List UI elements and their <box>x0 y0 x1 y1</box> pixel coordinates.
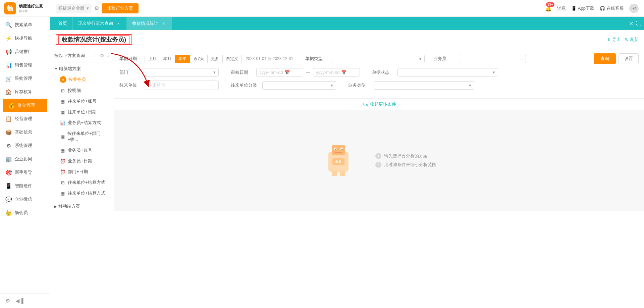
tab-home[interactable]: 首页 <box>53 17 73 30</box>
selector-arrow-icon: ▾ <box>87 6 89 11</box>
date-filter-control: 上月 本月 本年 近7天 更多 <box>145 55 293 63</box>
scheme-item-unit-settle1[interactable]: ⊞ 往来单位+结算方式 <box>50 177 114 188</box>
svg-rect-6 <box>334 152 342 153</box>
desktop-scheme-group: ▼ 电脑端方案 ● 按业务员 ⊞ 按明细 ▦ 往来单位+账号 ▦ <box>50 62 114 200</box>
staff-date-icon: ⏰ <box>60 158 66 164</box>
tab-receipt-close-icon[interactable]: ✕ <box>161 21 166 26</box>
export-icon: ⬆ <box>607 37 611 42</box>
sidebar-item-search[interactable]: 🔍 搜索菜单 <box>0 18 50 32</box>
scheme-item-unit-settle2[interactable]: ▦ 往来单位+结算方式 <box>50 188 114 199</box>
tab-close-all-icon[interactable]: ✕ <box>629 20 633 27</box>
scheme-item-unit-dept[interactable]: ▦ 按往来单位+部门+收... <box>50 128 114 145</box>
sidebar-nav: 🔍 搜索菜单 ⚡ 快捷导航 📢 营销推广 📊 销售管理 🛒 采购管理 🏠 库存核… <box>0 17 50 293</box>
empty-area: 1 请先选择要分析的方案 2 用过滤条件来缩小分析范围 <box>315 121 443 200</box>
export-btn[interactable]: ⬆ 导出 <box>607 37 621 43</box>
sidebar-item-quicknav[interactable]: ⚡ 快捷导航 <box>0 32 50 45</box>
robot-svg <box>322 142 355 178</box>
staff-select[interactable]: ··· <box>459 55 526 63</box>
try-industry-btn[interactable]: 体验行业方案 <box>102 3 139 13</box>
collapse-btn[interactable]: ∧∧ 收起更多条件 <box>114 98 644 110</box>
sidebar-item-purchase[interactable]: 🛒 采购管理 <box>0 72 50 85</box>
doc-status-select[interactable]: ▾ <box>397 68 498 76</box>
doc-status-label: 单据状态 <box>372 69 392 75</box>
footer-collapse-icon[interactable]: ◀▐ <box>15 298 23 304</box>
active-scheme-dot: ● <box>60 76 66 83</box>
desktop-group-header[interactable]: ▼ 电脑端方案 <box>50 64 114 74</box>
mobile-group-arrow-icon: ▶ <box>54 205 57 208</box>
sidebar-item-member[interactable]: 👑 畅会员 <box>0 206 50 219</box>
calendar-end-icon: 📅 <box>341 70 346 75</box>
svg-point-9 <box>339 160 341 163</box>
sidebar-item-guide[interactable]: 🎯 新手引导 <box>0 166 50 179</box>
doctype-select-arrow-icon: ▾ <box>419 56 422 61</box>
calendar-start-icon: 📅 <box>284 70 290 75</box>
scheme-item-staff-date[interactable]: ⏰ 业务员+日期 <box>50 156 114 166</box>
scheme-item-by-detail[interactable]: ⊞ 按明细 <box>50 85 114 96</box>
sidebar-item-corp[interactable]: 🏢 企业协同 <box>0 152 50 166</box>
scheme-item-staff-settle[interactable]: 📊 业务员+结算方式 <box>50 117 114 128</box>
query-btn[interactable]: 查询 <box>594 53 616 64</box>
basic-icon: 📦 <box>5 129 12 136</box>
sidebar-item-system[interactable]: ⚙ 系统管理 <box>0 139 50 152</box>
tab-bank[interactable]: 现金银行流水查询 ✕ <box>73 17 127 30</box>
scheme-item-unit-date[interactable]: ▦ 往来单位+日期 <box>50 107 114 117</box>
system-icon: ⚙ <box>5 142 12 149</box>
tip-item-2: 2 用过滤条件来缩小分析范围 <box>375 162 436 168</box>
scheme-item-dept-date[interactable]: ⏰ 部门+日期 <box>50 166 114 177</box>
message-icon[interactable]: 🔔 99+ <box>545 4 552 12</box>
sidebar-item-finance[interactable]: 💰 资金管理 <box>3 99 47 112</box>
empty-content: 1 请先选择要分析的方案 2 用过滤条件来缩小分析范围 <box>322 142 436 179</box>
page-title-highlight: 收款情况统计(按业务员) <box>56 34 132 45</box>
tab-receipt[interactable]: 收款情况统计 ✕ <box>127 17 172 30</box>
sidebar-item-marketing[interactable]: 📢 营销推广 <box>0 45 50 58</box>
audit-end-input[interactable]: yyyy-mm-dd 📅 <box>313 68 360 76</box>
company-selector[interactable]: 畅捷通企业版 ▾ <box>56 4 92 13</box>
app-logo: 畅 畅捷通好生意 标准版 <box>0 0 50 17</box>
online-service-link[interactable]: 🎧 在线客服 <box>600 5 624 11</box>
refresh-btn[interactable]: ↻ 刷新 <box>625 37 639 43</box>
dept-select[interactable]: ▾ <box>145 68 219 76</box>
date-tab-this-month[interactable]: 本月 <box>160 55 175 63</box>
panel-settings-icon[interactable]: ⚙ <box>100 53 104 58</box>
svg-rect-11 <box>340 171 345 176</box>
audit-start-input[interactable]: yyyy-mm-dd 📅 <box>256 68 303 76</box>
sidebar-item-hardware[interactable]: 📱 智能硬件 <box>0 179 50 193</box>
sidebar-item-basic[interactable]: 📦 基础信息 <box>0 125 50 139</box>
date-tab-custom[interactable]: 自定义 <box>222 55 242 63</box>
counterparty-select[interactable]: 往来单位 ··· <box>145 81 219 90</box>
date-tab-more[interactable]: 更多 <box>207 55 223 63</box>
doctype-select[interactable]: ▾ <box>331 55 425 63</box>
tab-bank-close-icon[interactable]: ✕ <box>116 21 121 26</box>
counterparty-cat-select[interactable]: ▾ <box>262 81 336 90</box>
mobile-group-header[interactable]: ▶ 移动端方案 <box>50 201 114 211</box>
app-download-link[interactable]: 📱 App下载 <box>571 5 594 11</box>
counterparty-cat-label: 往来单位分类 <box>231 82 257 88</box>
refresh-icon: ↻ <box>625 37 629 42</box>
tab-fullscreen-icon[interactable]: ⛶ <box>636 20 641 27</box>
scheme-item-by-staff[interactable]: ● 按业务员 <box>50 74 114 85</box>
biz-type-select[interactable]: ▾ <box>374 81 474 90</box>
staff-label: 业务员 <box>433 56 453 62</box>
date-tab-7days[interactable]: 近7天 <box>190 55 208 63</box>
scheme-item-unit-account[interactable]: ▦ 往来单位+账号 <box>50 96 114 107</box>
scheme-item-staff-account[interactable]: ▦ 业务员+账号 <box>50 145 114 156</box>
empty-robot-illustration <box>322 142 355 179</box>
date-tab-this-year[interactable]: 本年 <box>175 55 190 63</box>
date-tab-last-month[interactable]: 上月 <box>145 55 160 63</box>
dept-date-icon: ⏰ <box>60 169 66 175</box>
collapse-up-icon: ∧∧ <box>362 102 369 107</box>
download-icon: 📱 <box>571 6 577 11</box>
user-avatar[interactable]: Rit <box>629 4 639 13</box>
search-icon: 🔍 <box>5 21 12 28</box>
panel-add-icon[interactable]: + <box>95 53 97 58</box>
sidebar-item-wechat[interactable]: 💬 企业微信 <box>0 193 50 206</box>
settings-btn[interactable]: 设置 <box>619 53 639 64</box>
sidebar-item-operation[interactable]: 📋 经营管理 <box>0 112 50 125</box>
settings-gear-icon[interactable]: ⚙ <box>94 5 99 11</box>
sidebar-item-sales[interactable]: 📊 销售管理 <box>0 58 50 72</box>
svg-point-4 <box>335 149 336 150</box>
sidebar-item-inventory[interactable]: 🏠 库存核算 <box>0 85 50 99</box>
panel-collapse-icon[interactable]: « <box>107 53 110 58</box>
audit-date-area: yyyy-mm-dd 📅 — yyyy-mm-dd 📅 <box>256 68 360 76</box>
footer-settings-icon[interactable]: ⚙ <box>5 298 10 304</box>
